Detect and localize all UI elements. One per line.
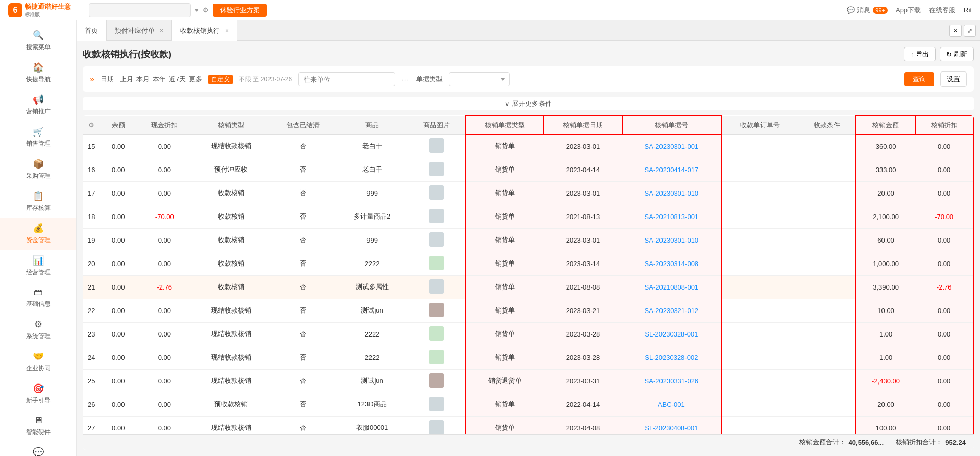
- partner-filter-input[interactable]: [298, 72, 395, 86]
- row-gear[interactable]: 22: [83, 299, 100, 322]
- date-link-this-month[interactable]: 本月: [136, 75, 150, 84]
- footer-amount-value: 40,556,66...: [849, 439, 884, 446]
- sidebar-item-operation[interactable]: 📊 经营管理: [0, 250, 76, 282]
- sidebar-item-finance[interactable]: 💰 资金管理: [0, 218, 76, 250]
- user-name[interactable]: Rit: [964, 6, 972, 14]
- row-doc-no[interactable]: SL-20230408-001: [622, 416, 721, 434]
- sidebar-item-search-menu[interactable]: 🔍 搜索菜单: [0, 25, 76, 57]
- date-link-last-month[interactable]: 上月: [120, 75, 133, 84]
- app-name: 畅捷通谱好生意: [24, 2, 71, 11]
- export-button[interactable]: ↑ 导出: [904, 47, 936, 61]
- sidebar-item-quick-nav[interactable]: 🏠 快捷导航: [0, 57, 76, 89]
- custom-date-button[interactable]: 自定义: [208, 75, 233, 84]
- top-bar-center: ▾ ⚙ 休验行业方案: [89, 3, 843, 17]
- sidebar-item-hardware[interactable]: 🖥 智能硬件: [0, 410, 76, 442]
- row-doc-no[interactable]: SA-20210813-001: [622, 205, 721, 228]
- date-link-more[interactable]: 更多: [189, 75, 202, 84]
- sidebar-item-base[interactable]: 🗃 基础信息: [0, 282, 76, 314]
- table-row: 260.000.00预收款核销否123D商品销货单2022-04-14ABC-0…: [83, 393, 973, 416]
- row-doc-no[interactable]: SA-20230331-026: [622, 369, 721, 393]
- query-button[interactable]: 查询: [904, 72, 934, 86]
- dropdown-icon[interactable]: ▾: [195, 6, 199, 14]
- row-doc-no[interactable]: SA-20230321-012: [622, 299, 721, 322]
- row-discount: 0.00: [915, 158, 973, 181]
- row-gear[interactable]: 15: [83, 134, 100, 158]
- sidebar-item-collab[interactable]: 🤝 企业协同: [0, 346, 76, 378]
- settings-icon[interactable]: ⚙: [203, 6, 209, 14]
- row-goods-img: [408, 416, 465, 434]
- row-gear[interactable]: 21: [83, 275, 100, 299]
- row-doc-no[interactable]: SA-20230301-010: [622, 181, 721, 205]
- tab-prepay-close[interactable]: ×: [160, 27, 163, 34]
- sidebar-item-guide[interactable]: 🎯 新手引导: [0, 378, 76, 410]
- sidebar-item-system[interactable]: ⚙ 系统管理: [0, 314, 76, 346]
- row-doc-no[interactable]: SA-20230301-010: [622, 228, 721, 252]
- tab-receipt-close[interactable]: ×: [225, 27, 229, 34]
- sidebar-item-marketing[interactable]: 📢 营销推广: [0, 89, 76, 121]
- row-doc-no[interactable]: SA-20230301-001: [622, 134, 721, 158]
- row-discount: 0.00: [915, 369, 973, 393]
- col-condition: 收款条件: [799, 116, 856, 134]
- date-link-this-year[interactable]: 本年: [153, 75, 166, 84]
- filter-toggle-button[interactable]: »: [90, 75, 94, 84]
- row-goods-img: [408, 346, 465, 369]
- row-discount: 0.00: [915, 252, 973, 275]
- date-link-7days[interactable]: 近7天: [169, 75, 186, 84]
- row-gear[interactable]: 18: [83, 205, 100, 228]
- expand-icon: ∨: [505, 100, 510, 108]
- app-download-link[interactable]: App下载: [896, 6, 921, 15]
- col-settings[interactable]: ⚙: [83, 116, 100, 134]
- row-discount: -70.00: [915, 205, 973, 228]
- top-search-input[interactable]: [89, 3, 191, 17]
- expand-filter-bar: ∨ 展开更多条件: [83, 97, 974, 110]
- close-window-button[interactable]: ×: [949, 25, 962, 37]
- row-gear[interactable]: 19: [83, 228, 100, 252]
- row-gear[interactable]: 26: [83, 393, 100, 416]
- notification-item[interactable]: 💬 消息 99+: [847, 6, 888, 15]
- row-doc-type: 销货单: [465, 134, 544, 158]
- filter-bar: » 日期 上月 本月 本年 近7天 更多 自定义 不限 至 2023-07-26…: [83, 66, 974, 92]
- doc-type-filter-select[interactable]: [449, 72, 510, 86]
- sidebar-item-purchase[interactable]: 📦 采购管理: [0, 153, 76, 185]
- row-doc-date: 2023-03-28: [544, 322, 622, 346]
- row-gear[interactable]: 16: [83, 158, 100, 181]
- row-doc-no[interactable]: SA-20210808-001: [622, 275, 721, 299]
- maximize-window-button[interactable]: ⤢: [964, 25, 976, 37]
- table-scroll[interactable]: ⚙ 余额 现金折扣 核销类型 包含已结清 商品 商品图片 核销单据类型 核销单据…: [83, 115, 974, 434]
- sidebar-label-inventory: 库存核算: [26, 204, 51, 212]
- row-amount: 1.00: [856, 322, 916, 346]
- row-gear[interactable]: 27: [83, 416, 100, 434]
- row-doc-date: 2023-04-14: [544, 158, 622, 181]
- row-gear[interactable]: 24: [83, 346, 100, 369]
- row-goods-img: [408, 275, 465, 299]
- row-doc-type: 销货单: [465, 322, 544, 346]
- row-gear[interactable]: 17: [83, 181, 100, 205]
- sidebar-item-sales[interactable]: 🛒 销售管理: [0, 121, 76, 153]
- row-doc-no[interactable]: SL-20230328-001: [622, 322, 721, 346]
- row-doc-no[interactable]: SA-20230414-017: [622, 158, 721, 181]
- expand-filter-button[interactable]: ∨ 展开更多条件: [505, 99, 552, 108]
- col-discount: 核销折扣: [915, 116, 973, 134]
- tab-home[interactable]: 首页: [77, 20, 107, 41]
- table-row: 150.000.00现结收款核销否老白干销货单2023-03-01SA-2023…: [83, 134, 973, 158]
- setting-button[interactable]: 设置: [940, 71, 967, 87]
- row-doc-no[interactable]: SA-20230314-008: [622, 252, 721, 275]
- tab-prepay[interactable]: 预付冲应付单 ×: [107, 20, 172, 41]
- refresh-button[interactable]: ↻ 刷新: [940, 47, 974, 61]
- sidebar-label-nav: 快捷导航: [26, 75, 51, 84]
- partner-filter-dots[interactable]: ···: [401, 76, 410, 83]
- online-service-link[interactable]: 在线客服: [929, 6, 955, 15]
- row-gear[interactable]: 23: [83, 322, 100, 346]
- footer-discount-value: 952.24: [945, 439, 966, 446]
- row-doc-no[interactable]: SL-20230328-002: [622, 346, 721, 369]
- table-row: 220.000.00现结收款核销否测试jun销货单2023-03-21SA-20…: [83, 299, 973, 322]
- sidebar-item-inventory[interactable]: 📋 库存核算: [0, 185, 76, 218]
- tab-home-label: 首页: [85, 26, 98, 35]
- tab-receipt[interactable]: 收款核销执行 ×: [172, 20, 237, 41]
- row-gear[interactable]: 25: [83, 369, 100, 393]
- industry-plan-button[interactable]: 休验行业方案: [213, 4, 267, 17]
- row-gear[interactable]: 20: [83, 252, 100, 275]
- sidebar-item-wechat[interactable]: 💬 企业微信: [0, 442, 76, 456]
- col-doc-type: 核销单据类型: [465, 116, 544, 134]
- row-doc-no[interactable]: ABC-001: [622, 393, 721, 416]
